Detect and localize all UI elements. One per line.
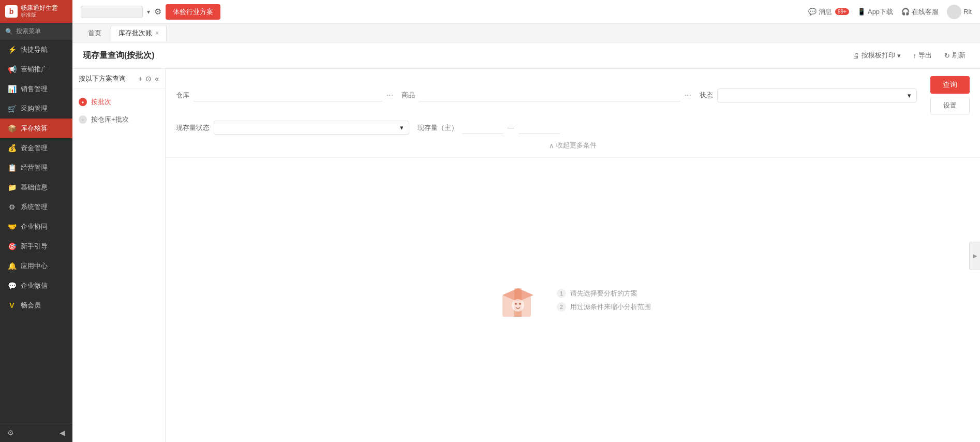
sidebar-edition: 标准版 <box>21 11 58 19</box>
page-header: 现存量查询(按批次) 🖨 按模板打印 ▾ ↑ 导出 ↻ 刷新 <box>72 42 980 69</box>
topbar: ▾ ⚙ 体验行业方案 💬 消息 99+ 📱 App下载 🎧 在线客服 Rit <box>72 0 980 24</box>
sidebar-item-label: 快捷导航 <box>21 45 48 54</box>
app-center-icon: 🔔 <box>7 261 17 271</box>
phone-icon: 📱 <box>857 8 866 16</box>
message-badge: 99+ <box>835 8 849 15</box>
schema-list: ● 按批次 ○ 按仓库+批次 <box>72 89 165 442</box>
product-dots[interactable]: ··· <box>685 91 691 100</box>
tab-home[interactable]: 首页 <box>81 25 109 41</box>
sidebar-item-sales[interactable]: 📊 销售管理 <box>0 79 72 99</box>
sidebar-item-basic-info[interactable]: 📁 基础信息 <box>0 178 72 197</box>
message-icon: 💬 <box>808 8 816 16</box>
topbar-gear-icon[interactable]: ⚙ <box>154 7 161 17</box>
status-filter-group: 状态 ▾ <box>700 89 917 102</box>
warehouse-input[interactable] <box>194 89 382 101</box>
avatar <box>947 5 961 19</box>
sidebar-footer: ⚙ ◀ <box>0 423 72 442</box>
settings-icon[interactable]: ⚙ <box>7 429 14 437</box>
user-item[interactable]: Rit <box>947 5 972 19</box>
topbar-right: 💬 消息 99+ 📱 App下载 🎧 在线客服 Rit <box>808 5 972 19</box>
schema-item-warehouse-batch[interactable]: ○ 按仓库+批次 <box>72 111 165 128</box>
app-download-item[interactable]: 📱 App下载 <box>857 7 893 17</box>
schema-item-label: 按批次 <box>91 97 111 107</box>
sidebar-item-newbie[interactable]: 🎯 新手引导 <box>0 237 72 256</box>
refresh-label: 刷新 <box>952 51 966 60</box>
left-panel-header: 按以下方案查询 + ⊙ « <box>72 69 165 89</box>
online-service-item[interactable]: 🎧 在线客服 <box>901 7 939 17</box>
add-schema-icon[interactable]: + <box>138 75 142 83</box>
export-button[interactable]: ↑ 导出 <box>909 49 937 62</box>
inventory-qty-from[interactable] <box>462 122 503 134</box>
inventory-qty-to[interactable] <box>518 122 560 134</box>
refresh-button[interactable]: ↻ 刷新 <box>940 49 970 62</box>
sidebar-item-inventory[interactable]: 📦 库存核算 <box>0 119 72 138</box>
purchase-icon: 🛒 <box>7 104 17 113</box>
sidebar-item-marketing[interactable]: 📢 营销推广 <box>0 60 72 79</box>
sidebar-item-label: 畅会员 <box>21 301 41 310</box>
warehouse-filter-group: 仓库 ··· <box>176 89 393 101</box>
sidebar-item-system[interactable]: ⚙ 系统管理 <box>0 197 72 217</box>
print-template-label: 按模板打印 <box>862 51 895 60</box>
search-label: 搜索菜单 <box>16 27 41 36</box>
sidebar-search[interactable]: 🔍 搜索菜单 <box>0 23 72 40</box>
empty-steps: 1 请先选择要分析的方案 2 用过滤条件来缩小分析范围 <box>557 289 651 312</box>
sidebar-item-label: 新手引导 <box>21 242 48 251</box>
sidebar-item-label: 应用中心 <box>21 261 48 271</box>
sidebar-item-quick-nav[interactable]: ⚡ 快捷导航 <box>0 40 72 60</box>
sidebar-item-label: 经营管理 <box>21 163 48 172</box>
inventory-status-select[interactable]: ▾ <box>214 121 409 135</box>
tab-inventory-batch[interactable]: 库存批次账 × <box>111 25 167 41</box>
body-area: 按以下方案查询 + ⊙ « ● 按批次 ○ 按仓库+批次 <box>72 69 980 442</box>
tab-close-icon[interactable]: × <box>155 30 159 37</box>
newbie-icon: 🎯 <box>7 242 17 251</box>
filter-row-2: 现存量状态 ▾ 现存量（主） — <box>176 121 970 135</box>
sidebar-header: b 畅康通好生意 标准版 <box>0 0 72 23</box>
sidebar-item-finance[interactable]: 💰 资金管理 <box>0 138 72 158</box>
sidebar-item-label: 企业协同 <box>21 222 48 231</box>
sidebar-item-purchase[interactable]: 🛒 采购管理 <box>0 99 72 119</box>
quick-nav-icon: ⚡ <box>7 45 17 54</box>
product-input[interactable] <box>419 89 680 101</box>
trial-button[interactable]: 体验行业方案 <box>166 4 220 20</box>
collapse-more-btn[interactable]: ∧ 收起更多条件 <box>176 141 970 150</box>
print-dropdown-icon: ▾ <box>897 52 901 60</box>
query-button[interactable]: 查询 <box>930 76 970 94</box>
empty-state-inner: 1 请先选择要分析的方案 2 用过滤条件来缩小分析范围 <box>495 277 651 323</box>
sidebar-item-operations[interactable]: 📋 经营管理 <box>0 158 72 178</box>
empty-illustration <box>495 277 541 323</box>
dropdown-arrow-icon[interactable]: ▾ <box>147 8 150 16</box>
settings-schema-icon[interactable]: ⊙ <box>145 75 152 83</box>
sidebar-toggle-icon[interactable]: ◀ <box>60 429 65 437</box>
print-template-button[interactable]: 🖨 按模板打印 ▾ <box>849 49 905 62</box>
warehouse-dots[interactable]: ··· <box>387 91 393 100</box>
inventory-status-filter-group: 现存量状态 ▾ <box>176 121 409 135</box>
right-edge-tab[interactable]: ▶ <box>969 241 980 270</box>
sidebar-item-label: 营销推广 <box>21 65 48 74</box>
settings-button[interactable]: 设置 <box>930 97 970 114</box>
sidebar-item-enterprise[interactable]: 🤝 企业协同 <box>0 217 72 237</box>
print-icon: 🖨 <box>853 52 859 60</box>
breadcrumb-input[interactable] <box>81 6 143 18</box>
schema-item-batch[interactable]: ● 按批次 <box>72 93 165 111</box>
empty-state: 1 请先选择要分析的方案 2 用过滤条件来缩小分析范围 <box>166 158 980 442</box>
sidebar-item-wechat[interactable]: 💬 企业微信 <box>0 276 72 296</box>
empty-step-1: 1 请先选择要分析的方案 <box>557 289 651 298</box>
page-title: 现存量查询(按批次) <box>83 50 155 61</box>
sidebar-item-app-center[interactable]: 🔔 应用中心 <box>0 256 72 276</box>
enterprise-icon: 🤝 <box>7 222 17 231</box>
headset-icon: 🎧 <box>901 8 910 16</box>
left-panel-title: 按以下方案查询 <box>79 74 126 83</box>
tabs-bar: 首页 库存批次账 × <box>72 24 980 42</box>
message-item[interactable]: 💬 消息 99+ <box>808 7 849 17</box>
svg-point-4 <box>515 303 517 305</box>
status-select[interactable]: ▾ <box>717 89 917 102</box>
collapse-panel-icon[interactable]: « <box>155 75 159 83</box>
left-panel: 按以下方案查询 + ⊙ « ● 按批次 ○ 按仓库+批次 <box>72 69 166 442</box>
marketing-icon: 📢 <box>7 65 17 74</box>
tab-inventory-batch-label: 库存批次账 <box>118 28 152 38</box>
filter-row-1: 仓库 ··· 商品 ··· 状态 ▾ <box>176 76 970 114</box>
sidebar-item-member[interactable]: V 畅会员 <box>0 296 72 315</box>
step-2-num: 2 <box>557 302 566 312</box>
step-1-num: 1 <box>557 289 566 298</box>
sales-icon: 📊 <box>7 84 17 94</box>
